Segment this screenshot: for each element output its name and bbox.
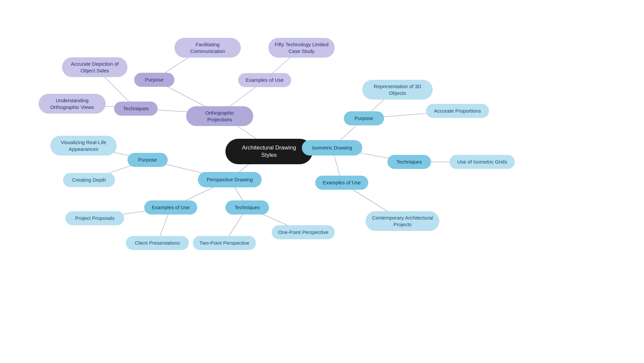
node-visualizing: Visualizing Real-Life Appearances	[50, 136, 117, 156]
node-client_pres: Client Presentations	[126, 236, 189, 250]
node-facilitating: Facilitating Communication	[174, 38, 241, 58]
node-iso_grids: Use of Isometric Grids	[449, 155, 515, 169]
node-techniques_orth: Techniques	[114, 102, 158, 116]
node-project_prop: Project Proposals	[65, 211, 124, 225]
node-one_point: One-Point Perspective	[272, 225, 335, 239]
node-perspective: Perspective Drawing	[198, 172, 262, 187]
node-examples_persp: Examples of Use	[144, 200, 197, 215]
node-purpose_iso: Purpose	[344, 111, 384, 125]
node-examples_orth: Examples of Use	[238, 73, 291, 87]
node-techniques_iso: Techniques	[387, 155, 431, 169]
node-isometric: Isometric Drawing	[302, 140, 362, 156]
node-techniques_persp: Techniques	[225, 200, 269, 215]
node-purpose_orth: Purpose	[134, 73, 174, 87]
node-accurate_depict: Accurate Depiction of Object Sides	[62, 57, 127, 77]
node-orthographic: Orthographic Projections	[186, 106, 253, 126]
node-fifty_tech: Fifty Technology Limited Case Study	[268, 38, 335, 58]
node-purpose_persp: Purpose	[127, 153, 168, 167]
node-accurate_prop: Accurate Proportions	[426, 104, 489, 118]
node-understanding: Understanding Orthographic Views	[39, 94, 106, 114]
node-rep_3d: Representation of 3D Objects	[362, 80, 433, 100]
node-center: Architectural Drawing Styles	[225, 139, 313, 164]
node-examples_iso: Examples of Use	[315, 176, 368, 190]
node-two_point: Two-Point Perspective	[193, 236, 256, 250]
node-creating_depth: Creating Depth	[63, 173, 115, 187]
node-contemporary: Contemporary Architectural Projects	[366, 211, 439, 231]
